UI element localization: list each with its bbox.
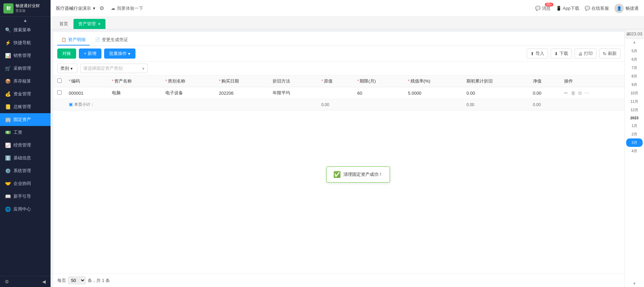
topbar-right: 💬 消息 99+ 📱 App下载 💬 在线客服 👤 畅捷通	[535, 4, 639, 13]
reconcile-button[interactable]: 对账	[57, 49, 76, 59]
sidebar-item-inventory[interactable]: 📦 库存核算	[0, 75, 51, 88]
category-input[interactable]: 请选择固定资产类别 ▾	[80, 64, 148, 73]
col-name: *资产名称	[109, 75, 162, 87]
refresh-button[interactable]: ↻ 刷新	[599, 49, 620, 59]
payroll-label: 工资	[13, 129, 22, 135]
more-icon[interactable]: ⋯	[584, 90, 589, 96]
right-panel: ◀ 2023.03 ⤢ ▲ 5月6月7月8月9月10月11月12月20231月2…	[624, 29, 644, 287]
timeline: 5月6月7月8月9月10月11月12月20231月2月3月4月	[625, 45, 644, 280]
sidebar-item-system[interactable]: ⚙️ 系统管理	[0, 164, 51, 177]
cell-purchase-date: 202206	[216, 87, 269, 99]
timeline-item[interactable]: 10月	[625, 89, 644, 97]
sidebar-item-fixed-assets[interactable]: 🏢 固定资产	[0, 113, 51, 126]
sidebar-item-payroll[interactable]: 💵 工资	[0, 126, 51, 139]
row-checkbox[interactable]	[57, 90, 62, 95]
table-body: 000001 电脑 电子设备 202206 年限平均 60 5.0000 0.0…	[53, 87, 624, 110]
fixed-assets-label: 固定资产	[13, 117, 31, 123]
sidebar-bottom: ⚙ ◀	[0, 276, 51, 287]
asset-detail-icon: 📋	[61, 37, 66, 42]
refresh-icon: ↻	[603, 51, 607, 56]
timeline-item[interactable]: 12月	[625, 106, 644, 114]
inventory-icon: 📦	[5, 78, 11, 84]
timeline-item[interactable]: 1月	[625, 122, 644, 130]
row-checkbox-cell	[53, 87, 65, 99]
quick-nav-icon: ⚡	[5, 40, 11, 45]
sidebar-item-quick-nav[interactable]: ⚡ 快捷导航	[0, 36, 51, 49]
subtab-change-voucher[interactable]: 📄 变更生成凭证	[91, 35, 132, 45]
experience-button[interactable]: ☁ 我要体验一下	[111, 5, 143, 11]
tab-label: 首页	[59, 21, 68, 27]
copy-icon[interactable]: ⧉	[578, 90, 582, 96]
user-menu[interactable]: 👤 畅捷通	[614, 4, 639, 13]
timeline-item[interactable]: 2月	[625, 130, 644, 138]
tab-close-icon[interactable]: ✕	[98, 22, 101, 26]
sidebar-item-funds[interactable]: 💰 资金管理	[0, 88, 51, 100]
timeline-scroll-down[interactable]: ▼	[633, 280, 637, 287]
app-download-button[interactable]: 📱 App下载	[556, 5, 579, 11]
delete-icon[interactable]: 🗑	[571, 90, 576, 96]
col-operations: 操作	[561, 75, 624, 87]
import-button[interactable]: ⬆ 导入	[527, 49, 548, 59]
timeline-item[interactable]: 8月	[625, 72, 644, 81]
batch-operation-button[interactable]: 批量操作 ▾	[104, 49, 135, 59]
collapse-icon[interactable]: ◀	[42, 279, 46, 284]
sidebar-item-sales[interactable]: 📊 销售管理	[0, 49, 51, 62]
funds-icon: 💰	[5, 91, 11, 97]
search-label: 搜索菜单	[13, 27, 31, 33]
print-button[interactable]: 🖨 打印	[575, 49, 596, 59]
category-input-arrow-icon: ▾	[142, 66, 145, 71]
company-selector[interactable]: 医疗器械行业演示 ▾	[56, 5, 95, 11]
asset-detail-label: 资产明细	[68, 37, 86, 43]
tab-asset-management[interactable]: 资产管理✕	[73, 19, 105, 29]
timeline-item[interactable]: 4月	[625, 147, 644, 155]
settings-icon[interactable]: ⚙	[5, 279, 9, 284]
edit-icon[interactable]: ✏	[564, 90, 568, 96]
timeline-item[interactable]: 7月	[625, 64, 644, 72]
download-button[interactable]: ⬇ 下载	[551, 49, 572, 59]
select-all-checkbox[interactable]	[57, 78, 62, 83]
main-panel: 📋 资产明细 📄 变更生成凭证 对账 + 新增 批量操作 ▾ ⬆ 导入 ⬇	[53, 32, 624, 287]
success-message: 清理固定资产成功！	[343, 171, 383, 178]
sidebar-nav: 🔍 搜索菜单 ⚡ 快捷导航 📊 销售管理 🛒 采购管理 📦 库存核算 💰 资金管…	[0, 24, 51, 276]
timeline-item[interactable]: 11月	[625, 97, 644, 106]
right-panel-expand-icon[interactable]: ⤢	[639, 32, 643, 36]
right-panel-toggle-icon[interactable]: ◀	[626, 32, 629, 36]
subtotal-original-value: 0.00	[318, 99, 354, 110]
timeline-item[interactable]: 5月	[625, 47, 644, 55]
settings-gear-icon[interactable]: ⚙	[99, 5, 104, 11]
timeline-item[interactable]: 2023	[625, 114, 644, 122]
purchase-label: 采购管理	[13, 65, 31, 71]
timeline-item[interactable]: 6月	[625, 55, 644, 64]
success-toast: ✅ 清理固定资产成功！	[326, 166, 390, 183]
tab-home[interactable]: 首页	[55, 19, 73, 29]
sidebar-item-app-center[interactable]: 🌐 应用中心	[0, 203, 51, 216]
add-button[interactable]: + 新增	[79, 49, 101, 59]
sidebar: 财 畅捷通好业财 普及版 ▲ 🔍 搜索菜单 ⚡ 快捷导航 📊 销售管理 🛒 采购…	[0, 0, 51, 287]
sidebar-scroll-up[interactable]: ▲	[0, 17, 51, 24]
col-original-value: *原值	[318, 75, 354, 87]
messages-button[interactable]: 💬 消息 99+	[535, 5, 551, 11]
funds-label: 资金管理	[13, 91, 31, 97]
search-icon: 🔍	[5, 27, 11, 33]
guide-label: 新手引导	[13, 193, 31, 199]
sidebar-item-basic-info[interactable]: ℹ️ 基础信息	[0, 152, 51, 164]
sidebar-item-enterprise[interactable]: 🤝 企业协同	[0, 177, 51, 190]
print-label: 打印	[584, 51, 593, 57]
sidebar-item-purchase[interactable]: 🛒 采购管理	[0, 62, 51, 75]
timeline-scroll-up[interactable]: ▲	[633, 39, 637, 45]
per-page-select[interactable]: 102050100	[68, 277, 86, 284]
basic-info-icon: ℹ️	[5, 155, 11, 161]
sidebar-item-guide[interactable]: 📖 新手引导	[0, 190, 51, 203]
messages-icon: 💬	[535, 6, 541, 11]
sidebar-item-ledger[interactable]: 📒 总账管理	[0, 100, 51, 113]
online-service-button[interactable]: 💬 在线客服	[585, 5, 609, 11]
subtab-asset-detail[interactable]: 📋 资产明细	[57, 35, 90, 45]
download-label: 下载	[559, 51, 568, 57]
header-checkbox-cell	[53, 75, 65, 87]
timeline-item-current[interactable]: 3月	[626, 138, 643, 147]
timeline-item[interactable]: 9月	[625, 81, 644, 89]
sidebar-item-operations[interactable]: 📈 经营管理	[0, 139, 51, 152]
purchase-icon: 🛒	[5, 66, 11, 71]
category-select[interactable]: 类别 ▾	[57, 64, 78, 73]
sidebar-item-search[interactable]: 🔍 搜索菜单	[0, 24, 51, 36]
